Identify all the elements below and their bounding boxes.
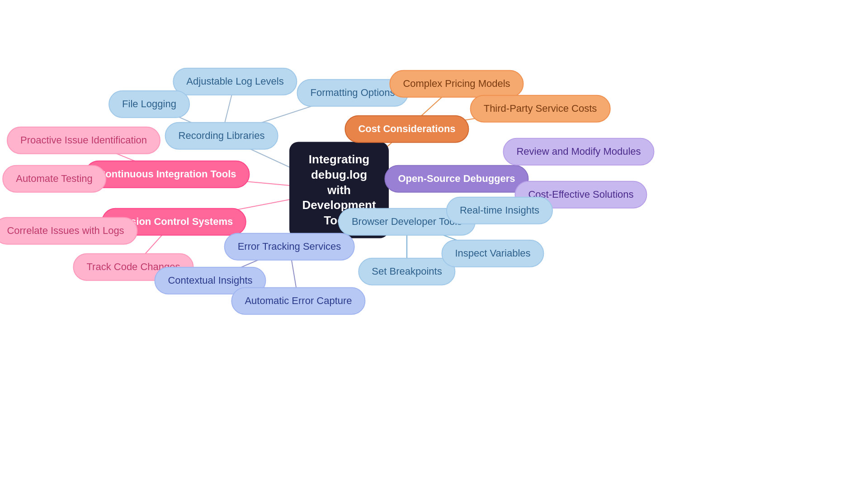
- node-correlate-issues-with-logs[interactable]: Correlate Issues with Logs: [0, 217, 138, 245]
- node-adjustable-log-levels[interactable]: Adjustable Log Levels: [173, 68, 297, 95]
- node-file-logging[interactable]: File Logging: [108, 90, 190, 118]
- node-cost-considerations[interactable]: Cost Considerations: [344, 115, 469, 143]
- node-error-tracking-services[interactable]: Error Tracking Services: [224, 233, 355, 261]
- node-review-and-modify-modules[interactable]: Review and Modify Modules: [503, 138, 654, 166]
- node-proactive-issue-identification[interactable]: Proactive Issue Identification: [7, 127, 160, 154]
- node-third-party-service-costs[interactable]: Third-Party Service Costs: [470, 95, 611, 123]
- node-automate-testing[interactable]: Automate Testing: [2, 165, 106, 193]
- mindmap-container: Integrating debug.log with Development T…: [0, 0, 868, 490]
- node-complex-pricing-models[interactable]: Complex Pricing Models: [389, 70, 524, 98]
- node-open-source-debuggers[interactable]: Open-Source Debuggers: [384, 165, 528, 193]
- node-automatic-error-capture[interactable]: Automatic Error Capture: [231, 287, 365, 315]
- node-inspect-variables[interactable]: Inspect Variables: [441, 240, 544, 267]
- node-set-breakpoints[interactable]: Set Breakpoints: [358, 258, 455, 285]
- node-continuous-integration-tools[interactable]: Continuous Integration Tools: [85, 161, 250, 188]
- node-real-time-insights[interactable]: Real-time Insights: [446, 197, 553, 224]
- node-recording-libraries[interactable]: Recording Libraries: [165, 122, 278, 150]
